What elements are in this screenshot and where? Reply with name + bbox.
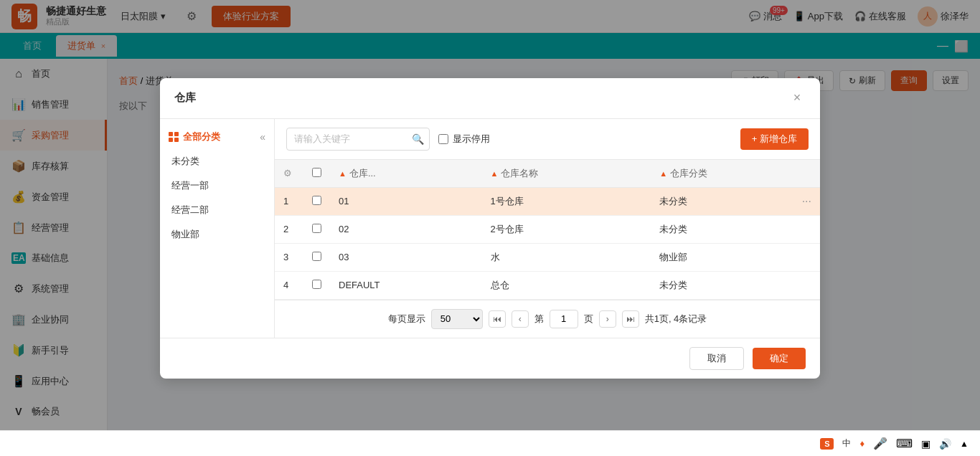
row-checkbox (303, 215, 330, 243)
th-checkbox (303, 160, 330, 188)
row-actions-1[interactable]: ··· (802, 195, 811, 208)
screen-icon[interactable]: ▣ (921, 438, 930, 450)
all-categories-label: 全部分类 (183, 130, 220, 143)
next-page-icon: › (606, 314, 609, 324)
volume-icon[interactable]: 🔊 (939, 438, 951, 450)
last-page-button[interactable]: ⏭ (622, 310, 639, 328)
row-select-3[interactable] (312, 252, 321, 261)
sort-category[interactable]: ▲ 仓库分类 (659, 167, 811, 180)
th-category: ▲ 仓库分类 (651, 160, 820, 188)
page-suffix: 页 (584, 313, 593, 326)
sort-category-icon: ▲ (659, 169, 667, 178)
row-code: 02 (330, 215, 482, 243)
all-categories-btn[interactable]: 全部分类 (169, 130, 220, 143)
modal-footer: 取消 确定 (160, 338, 820, 379)
search-input[interactable] (286, 128, 430, 151)
search-icon[interactable]: 🔍 (412, 133, 424, 145)
ime-indicator[interactable]: 中 (842, 437, 851, 450)
total-info: 共1页, 4条记录 (645, 313, 707, 326)
select-all-checkbox[interactable] (312, 168, 321, 177)
pagination-bar: 每页显示 50 10 20 100 ⏮ ‹ 第 页 (275, 300, 820, 338)
row-code: 01 (330, 187, 482, 215)
row-category: 物业部 (651, 243, 820, 271)
show-disabled-label: 显示停用 (453, 133, 490, 146)
row-checkbox (303, 187, 330, 215)
row-category: 未分类 ··· (651, 188, 820, 215)
page-label: 第 (534, 313, 544, 326)
th-name: ▲ 仓库名称 (482, 160, 651, 188)
modal-body: 全部分类 « 未分类 经营一部 经营二部 物业部 (160, 119, 820, 338)
last-page-icon: ⏭ (626, 314, 635, 324)
data-table: ⚙ ▲ 仓库... (275, 160, 820, 300)
category-collapse-button[interactable]: « (260, 131, 265, 143)
table-header-row: ⚙ ▲ 仓库... (275, 160, 820, 188)
table-row[interactable]: 3 03 水 物业部 (275, 243, 820, 271)
table-row[interactable]: 2 02 2号仓库 未分类 (275, 215, 820, 243)
table-row[interactable]: 4 DEFAULT 总仓 未分类 (275, 271, 820, 299)
mic-icon[interactable]: 🎤 (873, 437, 887, 450)
row-name: 水 (482, 243, 651, 271)
prev-page-icon: ‹ (519, 314, 522, 324)
modal-close-button[interactable]: × (788, 90, 806, 107)
table-toolbar: 🔍 显示停用 + 新增仓库 (275, 119, 820, 160)
category-header: 全部分类 « (160, 125, 274, 149)
table-row[interactable]: 1 01 1号仓库 未分类 ··· (275, 187, 820, 215)
warehouse-modal: 仓库 × 全部分类 « 未分类 (160, 78, 820, 379)
row-select-1[interactable] (312, 196, 321, 205)
network-icon[interactable]: ▲ (960, 439, 969, 449)
cancel-button[interactable]: 取消 (689, 347, 744, 370)
category-item-dept1[interactable]: 经营一部 (160, 174, 274, 198)
gear-settings-icon[interactable]: ⚙ (283, 168, 292, 179)
modal-overlay: 仓库 × 全部分类 « 未分类 (0, 0, 980, 456)
per-page-label: 每页显示 (388, 313, 425, 326)
th-settings: ⚙ (275, 160, 303, 188)
first-page-icon: ⏮ (493, 314, 501, 324)
row-category: 未分类 (651, 271, 820, 299)
prev-page-button[interactable]: ‹ (512, 310, 529, 328)
row-select-4[interactable] (312, 280, 321, 289)
category-item-unclassified[interactable]: 未分类 (160, 149, 274, 174)
row-category: 未分类 (651, 215, 820, 243)
row-checkbox (303, 243, 330, 271)
show-disabled-checkbox[interactable] (438, 134, 448, 144)
table-panel: 🔍 显示停用 + 新增仓库 ⚙ (275, 119, 820, 338)
page-number-input[interactable] (550, 310, 578, 328)
row-select-2[interactable] (312, 224, 321, 233)
category-item-dept2[interactable]: 经营二部 (160, 198, 274, 222)
row-no: 3 (275, 243, 303, 271)
category-item-property[interactable]: 物业部 (160, 222, 274, 247)
next-page-button[interactable]: › (599, 310, 616, 328)
show-disabled-wrap: 显示停用 (438, 133, 490, 146)
keyboard-icon[interactable]: ⌨ (896, 437, 913, 450)
sort-name[interactable]: ▲ 仓库名称 (491, 167, 643, 180)
th-code: ▲ 仓库... (330, 160, 482, 188)
search-wrap: 🔍 (286, 128, 430, 151)
row-no: 4 (275, 271, 303, 299)
sort-name-icon: ▲ (491, 169, 499, 178)
row-no: 1 (275, 187, 303, 215)
row-name: 1号仓库 (482, 187, 651, 215)
row-code: 03 (330, 243, 482, 271)
taskbar: S 中 ♦ 🎤 ⌨ ▣ 🔊 ▲ (0, 430, 980, 456)
page-size-select[interactable]: 50 10 20 100 (431, 309, 483, 329)
modal-title: 仓库 (174, 91, 196, 105)
brand-taskbar-icon: S (820, 438, 834, 450)
row-code: DEFAULT (330, 271, 482, 299)
confirm-button[interactable]: 确定 (753, 348, 806, 369)
row-no: 2 (275, 215, 303, 243)
sort-code-icon: ▲ (339, 169, 347, 178)
modal-header: 仓库 × (160, 78, 820, 119)
category-panel: 全部分类 « 未分类 经营一部 经营二部 物业部 (160, 119, 275, 338)
first-page-button[interactable]: ⏮ (489, 310, 506, 328)
taskbar-dot: ♦ (859, 438, 864, 449)
category-grid-icon (169, 132, 179, 142)
add-warehouse-button[interactable]: + 新增仓库 (740, 128, 809, 150)
row-checkbox (303, 271, 330, 299)
row-name: 总仓 (482, 271, 651, 299)
sort-code[interactable]: ▲ 仓库... (339, 167, 473, 180)
row-name: 2号仓库 (482, 215, 651, 243)
